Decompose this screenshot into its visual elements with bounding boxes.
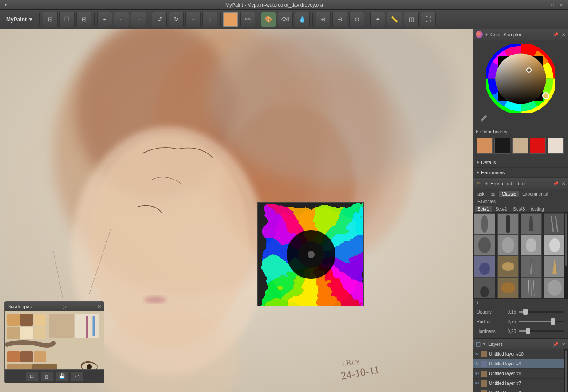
duplicate-button[interactable]: ❐ [59, 12, 75, 27]
brush-grid-scrollbar-thumb[interactable] [565, 213, 567, 266]
brush-cell-4[interactable] [544, 213, 565, 235]
brush-cell-7[interactable] [521, 235, 542, 256]
maximize-button[interactable]: □ [549, 2, 556, 8]
brush-tab-classic[interactable]: Classic [499, 191, 519, 197]
harmonies-row[interactable]: Harmonies [473, 168, 568, 178]
eyedropper-tool-button[interactable]: 💧 [295, 12, 310, 27]
color-swatch-2[interactable] [494, 138, 510, 154]
hardness-slider[interactable] [519, 330, 564, 332]
brush-cell-6[interactable] [497, 235, 519, 256]
layer-row-6[interactable]: 👁 Untitled layer #6 [473, 388, 568, 392]
brush-tab-set1[interactable]: Set#1 [475, 206, 492, 212]
minimize-button[interactable]: – [540, 2, 547, 8]
eyedropper-button[interactable] [477, 115, 487, 123]
brush-cell-12[interactable] [544, 256, 565, 277]
redo-button[interactable]: → [131, 12, 146, 27]
brush-editor-toggle[interactable]: ▼ [485, 181, 489, 186]
brush-cell-9[interactable] [474, 256, 495, 277]
brush-selector-button[interactable]: ✏ [240, 12, 255, 27]
eraser-button[interactable]: ⌫ [278, 12, 293, 27]
layers-scrollbar-thumb[interactable] [565, 350, 567, 392]
layer-9-eye-icon[interactable]: 👁 [475, 361, 479, 366]
brush-cell-14[interactable] [497, 277, 519, 298]
color-swatch-5[interactable] [548, 138, 564, 154]
brush-cell-3[interactable] [521, 213, 542, 235]
brush-list-editor-header[interactable]: ✏ ▼ Brush List Editor 📌 ✕ [473, 178, 568, 189]
color-sampler-toggle[interactable]: ▼ [485, 32, 489, 37]
layer-row-9[interactable]: 👁 Untitled layer #9 [473, 359, 568, 369]
foreground-color-button[interactable] [223, 12, 238, 27]
brush-cell-16[interactable] [544, 277, 565, 298]
scratchpad-settings-button[interactable]: ↩ [71, 372, 83, 381]
brush-grid-scrollbar[interactable] [564, 212, 568, 299]
app-menu[interactable]: ▼ [4, 2, 8, 7]
new-document-button[interactable]: ⊡ [43, 12, 58, 27]
color-sampler-header[interactable]: ▼ Color Sampler 📌 ✕ [473, 29, 568, 40]
layer-8-eye-icon[interactable]: 👁 [475, 371, 479, 376]
radius-thumb[interactable] [551, 318, 555, 325]
scratchpad-new-button[interactable]: ⊡ [26, 372, 38, 381]
rotate-left-button[interactable]: ↺ [152, 12, 167, 27]
ruler-button[interactable]: 📏 [387, 12, 402, 27]
brush-tab-testing[interactable]: testing [528, 206, 546, 212]
brush-cell-2[interactable] [497, 213, 519, 235]
color-history-header[interactable]: Color history [473, 127, 568, 136]
undo-button[interactable]: ← [114, 12, 129, 27]
brush-cell-13[interactable] [474, 277, 495, 298]
layers-button[interactable]: ◫ [404, 12, 419, 27]
brush-cell-8[interactable] [544, 235, 565, 256]
opacity-slider[interactable] [519, 311, 564, 313]
scratchpad-save-button[interactable]: 💾 [56, 372, 68, 381]
brush-tab-favorites[interactable]: Favorites [475, 198, 498, 205]
scratchpad-expand-icon[interactable]: ▷ [63, 304, 67, 310]
flip-v-button[interactable]: ↕ [202, 12, 217, 27]
scratchpad-titlebar[interactable]: Scratchpad ▷ ✕ [5, 302, 104, 311]
brush-tab-experimental[interactable]: Experimental [520, 191, 551, 197]
paint-tool-button[interactable]: 🎨 [261, 12, 276, 27]
layers-toggle[interactable]: ▼ [482, 342, 486, 346]
color-sampler-close-button[interactable]: ✕ [562, 32, 565, 37]
zoom-in-button[interactable]: ⊕ [316, 12, 331, 27]
layers-scrollbar[interactable] [564, 349, 568, 392]
brush-cell-1[interactable] [474, 213, 495, 235]
layers-header[interactable]: ◫ ▼ Layers 📌 ✕ [473, 339, 568, 349]
hardness-thumb[interactable] [526, 328, 530, 334]
brush-tab-set3[interactable]: Set#3 [510, 206, 527, 212]
flip-h-button[interactable]: ↔ [185, 12, 201, 27]
brush-grid-expand-button[interactable]: ▼ [473, 299, 568, 306]
brush-cell-5[interactable] [474, 235, 495, 256]
layers-close-button[interactable]: ✕ [562, 342, 565, 347]
canvas-area[interactable]: 24-10-11 J.Roy [0, 29, 473, 392]
scratchpad-clear-button[interactable]: 🗑 [41, 372, 53, 381]
layer-row-7[interactable]: 👁 Untitled layer #7 [473, 379, 568, 388]
brush-tab-bd[interactable]: bd [488, 191, 498, 197]
zoom-reset-button[interactable]: ⊙ [349, 12, 364, 27]
brush-cell-15[interactable] [521, 277, 542, 298]
app-menu-button[interactable]: MyPaint ▼ [3, 16, 37, 23]
rotate-right-button[interactable]: ↻ [169, 12, 184, 27]
layers-pin-button[interactable]: 📌 [553, 342, 558, 347]
color-wheel[interactable] [486, 44, 555, 113]
scratchpad-close-icon[interactable]: ✕ [97, 304, 101, 310]
add-button[interactable]: + [97, 12, 112, 27]
color-sampler-pin-button[interactable]: 📌 [553, 32, 558, 37]
layer-row-10[interactable]: 👁 Untitled layer #10 [473, 349, 568, 359]
brush-editor-close-button[interactable]: ✕ [562, 181, 565, 186]
symmetry-button[interactable]: ✦ [370, 12, 385, 27]
crop-button[interactable]: ⊠ [76, 12, 91, 27]
color-swatch-1[interactable] [477, 138, 493, 154]
brush-tab-ask[interactable]: ask [475, 191, 487, 197]
brush-cell-10[interactable] [497, 256, 519, 277]
zoom-out-button[interactable]: ⊖ [332, 12, 347, 27]
brush-editor-pin-button[interactable]: 📌 [553, 181, 558, 186]
scratchpad-content[interactable] [5, 311, 104, 369]
brush-tab-set2[interactable]: Set#2 [493, 206, 509, 212]
opacity-thumb[interactable] [523, 309, 528, 315]
radius-slider[interactable] [519, 321, 564, 322]
layer-7-eye-icon[interactable]: 👁 [475, 381, 479, 386]
color-swatch-4[interactable] [530, 138, 546, 154]
layer-10-eye-icon[interactable]: 👁 [475, 352, 479, 357]
color-swatch-3[interactable] [512, 138, 528, 154]
fullscreen-button[interactable]: ⛶ [421, 12, 436, 27]
close-button[interactable]: ✕ [558, 2, 564, 8]
